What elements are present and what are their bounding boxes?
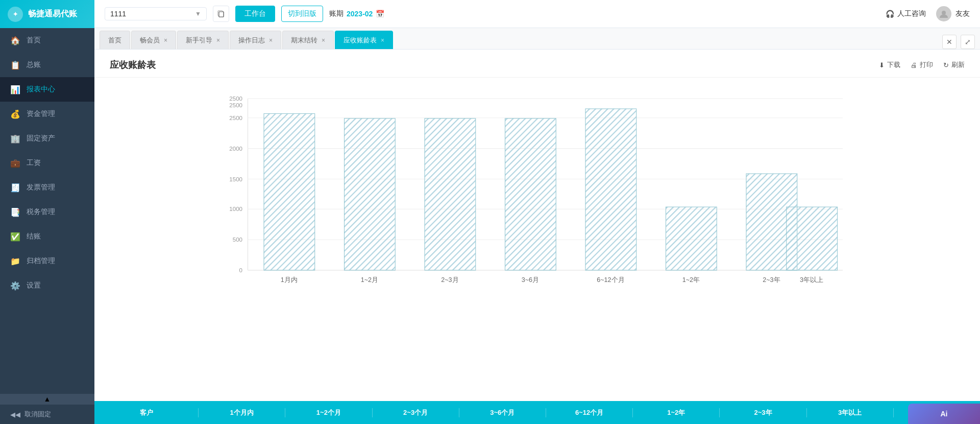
sidebar-item-funds[interactable]: 💰 资金管理 (0, 102, 94, 126)
sidebar-item-archive[interactable]: 📁 归档管理 (0, 249, 94, 273)
svg-text:2500: 2500 (229, 115, 242, 121)
sidebar-label-archive: 归档管理 (27, 256, 55, 266)
topbar: 1111 ▼ 工作台 切到旧版 账期 2023-02 📅 🎧 人工咨询 (94, 0, 980, 28)
page-actions: ⬇ 下载 🖨 打印 ↻ 刷新 (879, 60, 965, 69)
svg-text:2000: 2000 (229, 146, 242, 152)
user-name: 友友 (955, 9, 970, 18)
tab-close-ar_aging[interactable]: × (381, 37, 384, 44)
svg-rect-2 (219, 12, 224, 17)
tab-label-period_end: 期末结转 (291, 36, 317, 45)
sidebar-item-invoice[interactable]: 🧾 发票管理 (0, 175, 94, 200)
svg-text:2500: 2500 (229, 102, 242, 108)
bar-chart: 0 500 1000 1500 2000 2500 2500 2500 (110, 88, 965, 302)
svg-text:1~2月: 1~2月 (361, 276, 378, 284)
logo-icon: ✦ (8, 7, 23, 22)
tab-close-guide[interactable]: × (216, 37, 220, 44)
tab-close-period_end[interactable]: × (322, 37, 325, 44)
sidebar-label-reports: 报表中心 (27, 85, 55, 94)
cancel-fixed-btn[interactable]: ◀◀ 取消固定 (0, 404, 94, 424)
tab-period_end[interactable]: 期末结转× (282, 31, 334, 49)
consult-button[interactable]: 🎧 人工咨询 (886, 9, 926, 18)
sidebar-item-tax[interactable]: 📑 税务管理 (0, 200, 94, 224)
sidebar-icon-assets: 🏢 (10, 133, 20, 144)
svg-rect-24 (425, 119, 476, 270)
table-header-col-1: 1个月内 (199, 408, 285, 417)
table-header-col-3: 2~3个月 (373, 408, 459, 417)
tab-close-oplog[interactable]: × (269, 37, 273, 44)
print-label: 打印 (920, 60, 933, 69)
headphone-icon: 🎧 (886, 10, 894, 18)
company-dropdown-icon: ▼ (195, 10, 201, 17)
table-header-col-7: 2~3年 (720, 408, 806, 417)
sidebar-icon-settlement: ✅ (10, 231, 20, 242)
maximize-button[interactable]: ⤢ (961, 35, 975, 49)
user-menu[interactable]: 友友 (936, 6, 970, 21)
content-area: 应收账龄表 ⬇ 下载 🖨 打印 ↻ 刷新 (94, 50, 980, 401)
svg-text:1~2年: 1~2年 (682, 276, 700, 284)
sidebar-icon-invoice: 🧾 (10, 182, 20, 193)
copy-button[interactable] (213, 6, 229, 22)
tab-ar_aging[interactable]: 应收账龄表× (335, 31, 393, 49)
table-header-col-2: 1~2个月 (285, 408, 372, 417)
table-header-col-0: 客户 (94, 408, 199, 417)
period-value: 2023-02 (347, 10, 373, 18)
sidebar-icon-ledger: 📋 (10, 60, 20, 70)
sidebar-item-settings[interactable]: ⚙️ 设置 (0, 273, 94, 298)
sidebar-label-tax: 税务管理 (27, 207, 55, 217)
sidebar-label-settlement: 结账 (27, 232, 41, 241)
svg-rect-29 (787, 207, 838, 270)
chart-container: 0 500 1000 1500 2000 2500 2500 2500 (110, 88, 965, 302)
tab-oplog[interactable]: 操作日志× (230, 31, 281, 49)
svg-text:2~3年: 2~3年 (763, 276, 780, 284)
sidebar-scroll-up[interactable]: ▲ (0, 394, 94, 404)
svg-rect-26 (585, 109, 636, 270)
tab-label-guide: 新手引导 (186, 36, 212, 45)
avatar (936, 6, 951, 21)
table-header-col-6: 1~2年 (633, 408, 720, 417)
sidebar-item-ledger[interactable]: 📋 总账 (0, 53, 94, 77)
sidebar-icon-funds: 💰 (10, 109, 20, 119)
download-label: 下载 (887, 60, 900, 69)
sidebar-icon-archive: 📁 (10, 256, 20, 266)
tab-guide[interactable]: 新手引导× (177, 31, 229, 49)
tab-label-oplog: 操作日志 (238, 36, 265, 45)
tab-label-member: 畅会员 (140, 36, 160, 45)
sidebar-icon-salary: 💼 (10, 158, 20, 168)
sidebar-item-salary[interactable]: 💼 工资 (0, 151, 94, 175)
print-button[interactable]: 🖨 打印 (911, 60, 933, 69)
topbar-right: 🎧 人工咨询 友友 (886, 6, 970, 21)
sidebar-label-invoice: 发票管理 (27, 183, 55, 192)
table-header: 客户1个月内1~2个月2~3个月3~6个月6~12个月1~2年2~3年3年以上合… (94, 401, 980, 424)
tab-home[interactable]: 首页 (100, 31, 130, 49)
svg-text:3~6月: 3~6月 (522, 276, 539, 284)
download-icon: ⬇ (879, 61, 885, 69)
download-button[interactable]: ⬇ 下载 (879, 60, 900, 69)
period-label: 账期 (329, 9, 344, 18)
company-name: 1111 (110, 10, 191, 18)
sidebar-logo: ✦ 畅捷通易代账 (0, 0, 94, 28)
close-tab-button[interactable]: ✕ (942, 35, 957, 49)
sidebar-icon-tax: 📑 (10, 207, 20, 217)
sidebar-item-assets[interactable]: 🏢 固定资产 (0, 126, 94, 151)
calendar-icon[interactable]: 📅 (376, 10, 384, 18)
page-title: 应收账龄表 (110, 59, 156, 71)
sidebar-item-home[interactable]: 🏠 首页 (0, 28, 94, 53)
consult-label: 人工咨询 (897, 9, 926, 18)
switch-version-button[interactable]: 切到旧版 (281, 6, 323, 22)
refresh-label: 刷新 (951, 60, 965, 69)
ai-badge[interactable]: Ai (908, 404, 980, 424)
svg-text:1500: 1500 (229, 176, 242, 182)
sidebar-item-reports[interactable]: 📊 报表中心 (0, 77, 94, 102)
sidebar-label-funds: 资金管理 (27, 109, 55, 119)
sidebar-item-settlement[interactable]: ✅ 结账 (0, 224, 94, 249)
tab-close-member[interactable]: × (164, 37, 167, 44)
table-header-col-8: 3年以上 (807, 408, 894, 417)
refresh-button[interactable]: ↻ 刷新 (943, 60, 965, 69)
company-selector[interactable]: 1111 ▼ (105, 7, 207, 20)
workbench-button[interactable]: 工作台 (235, 6, 275, 22)
tab-member[interactable]: 畅会员× (131, 31, 176, 49)
main-area: 1111 ▼ 工作台 切到旧版 账期 2023-02 📅 🎧 人工咨询 (94, 0, 980, 424)
sidebar-label-salary: 工资 (27, 158, 41, 168)
sidebar-icon-home: 🏠 (10, 35, 20, 45)
svg-text:6~12个月: 6~12个月 (597, 276, 624, 284)
